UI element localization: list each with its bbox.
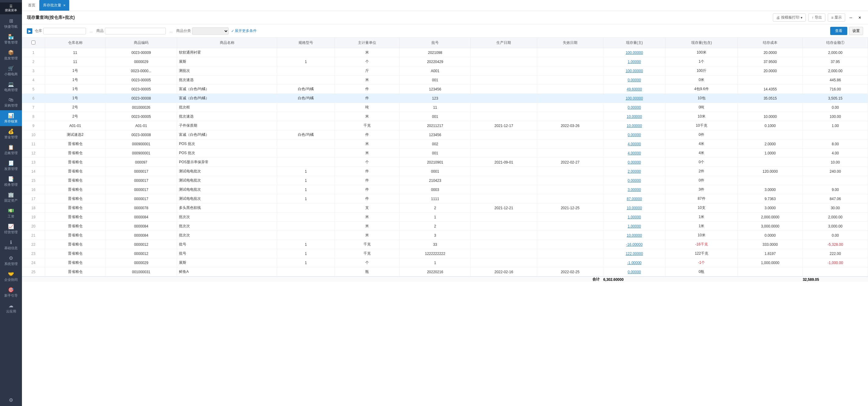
- row-qty-main[interactable]: 10.00000: [603, 112, 665, 121]
- window-close[interactable]: ✕: [857, 15, 863, 21]
- row-qty-main[interactable]: 1.00000: [603, 212, 665, 222]
- row-qty-main[interactable]: 87.00000: [603, 194, 665, 203]
- sidebar-item-collab[interactable]: 🤝 企业协同: [0, 269, 22, 284]
- filter-collapse-button[interactable]: ▶: [27, 28, 32, 34]
- sidebar-item-batch[interactable]: 📦 批发管理: [0, 47, 22, 63]
- row-qty-main[interactable]: 0.00000: [603, 75, 665, 85]
- row-qty-main[interactable]: 1.00000: [603, 222, 665, 231]
- table-row: 12 晋省粮仓 000900001 POS 批次 米 001 4.00000 4…: [22, 149, 868, 158]
- window-minimize[interactable]: ─: [847, 15, 854, 21]
- row-spec: 1: [277, 240, 335, 249]
- sidebar-search-menu[interactable]: ☰ 搜索菜单: [0, 2, 22, 14]
- filter-category: 商品分类: [176, 27, 229, 35]
- row-qty-main[interactable]: 122.00000: [603, 249, 665, 258]
- row-code: 0023-00008: [105, 94, 177, 103]
- ecom-icon: 💻: [8, 81, 14, 87]
- display-button[interactable]: ≡ 显示: [828, 13, 845, 22]
- row-code: 0000012: [105, 249, 177, 258]
- sidebar-item-mgmt[interactable]: 📈 经营管理: [0, 221, 22, 237]
- row-qty-main[interactable]: -1.00000: [603, 258, 665, 267]
- tab-inventory-batch[interactable]: 库存批次量 ✕: [39, 0, 69, 11]
- row-num: 24: [22, 258, 45, 267]
- sidebar-item-quick-nav[interactable]: ⊞ 快捷导航: [0, 15, 22, 31]
- row-amount: 8.00: [803, 139, 868, 149]
- row-prod-date: [471, 212, 537, 222]
- row-amount: [803, 130, 868, 139]
- row-exp-date: [537, 94, 603, 103]
- sidebar-item-mini-ecom[interactable]: 🛒 小额电商: [0, 63, 22, 79]
- row-unit: 件: [335, 85, 399, 94]
- sidebar-bottom: ⚙: [0, 394, 22, 406]
- row-unit: 支: [335, 203, 399, 212]
- row-qty-main[interactable]: 0.00000: [603, 158, 665, 167]
- sidebar-item-sys[interactable]: ⚙ 系统管理: [0, 253, 22, 269]
- row-qty-main[interactable]: 0.00000: [603, 130, 665, 139]
- filter-settings-button[interactable]: 设置: [849, 27, 863, 35]
- row-code: 0000084: [105, 212, 177, 222]
- row-code: 0023-00009: [105, 48, 177, 57]
- table-row: 19 晋省粮仓 0000084 批次次 米 1 1.00000 1米 2,000…: [22, 212, 868, 222]
- row-num: 22: [22, 240, 45, 249]
- sidebar-item-retail[interactable]: 🏪 零售管理: [0, 31, 22, 47]
- sidebar-item-ecom[interactable]: 💻 电商管理: [0, 79, 22, 95]
- row-qty-main[interactable]: -16.00000: [603, 240, 665, 249]
- sidebar-item-hr[interactable]: 💵 工资: [0, 205, 22, 221]
- row-qty-main[interactable]: 100.00000: [603, 94, 665, 103]
- sidebar-item-cloud[interactable]: ☁ 云应用: [0, 300, 22, 316]
- footer-label: 合计: [22, 276, 603, 282]
- row-qty-main[interactable]: 0.00000: [603, 267, 665, 277]
- row-cost: 3.0000: [738, 203, 803, 212]
- sidebar-item-tax[interactable]: 📑 税务管理: [0, 174, 22, 190]
- row-qty-main[interactable]: 10.00000: [603, 231, 665, 240]
- row-qty-main[interactable]: 0.00000: [603, 176, 665, 185]
- row-qty-main[interactable]: 2.00000: [603, 167, 665, 176]
- row-spec: [277, 222, 335, 231]
- select-all-checkbox[interactable]: [31, 40, 35, 44]
- row-qty-main[interactable]: 100.00000: [603, 66, 665, 75]
- sidebar-item-guide[interactable]: 🎯 新手引导: [0, 284, 22, 300]
- sidebar-logo-icon: ☰: [1, 4, 21, 8]
- tab-home[interactable]: 首页: [24, 0, 39, 11]
- row-qty-main[interactable]: 3.00000: [603, 185, 665, 194]
- row-amount: -5,328.00: [803, 240, 868, 249]
- product-input[interactable]: [105, 28, 166, 34]
- row-warehouse: 2号: [45, 103, 105, 112]
- row-amount: [803, 176, 868, 185]
- row-qty-main[interactable]: 1.00000: [603, 57, 665, 66]
- row-qty-main[interactable]: 4.00000: [603, 149, 665, 158]
- row-spec: 1: [277, 258, 335, 267]
- sidebar-gear-button[interactable]: ⚙: [0, 394, 22, 406]
- row-qty-inc: 4米: [665, 149, 738, 158]
- row-qty-main[interactable]: 4.00000: [603, 139, 665, 149]
- sidebar-item-basic[interactable]: ℹ 基础信息: [0, 237, 22, 253]
- row-qty-inc: 10米: [665, 231, 738, 240]
- row-prod-date: [471, 94, 537, 103]
- row-qty-main[interactable]: 49.60000: [603, 85, 665, 94]
- category-select[interactable]: [192, 27, 229, 35]
- display-label: 显示: [834, 15, 842, 20]
- export-button[interactable]: ↑ 导出: [808, 13, 825, 22]
- table-row: 3 1号 0023-0000... 测批次 斤 A001 100.00000 1…: [22, 66, 868, 75]
- sidebar-item-fixed-asset[interactable]: 🏢 固定资产: [0, 190, 22, 205]
- row-exp-date: [537, 222, 603, 231]
- row-cost: 10.0000: [738, 112, 803, 121]
- footer-qty-total: 6,302.60000: [603, 276, 665, 282]
- filter-expand-button[interactable]: ✓ 展开更多条件: [231, 28, 257, 34]
- search-button[interactable]: 查看: [830, 27, 847, 35]
- warehouse-input[interactable]: [43, 28, 86, 34]
- sidebar-item-report[interactable]: 📋 总账管理: [0, 142, 22, 158]
- sidebar-item-label: 系统管理: [4, 262, 18, 266]
- row-name: 批次次: [177, 212, 277, 222]
- row-qty-main[interactable]: 10.00000: [603, 203, 665, 212]
- tab-close-icon[interactable]: ✕: [63, 4, 66, 7]
- sidebar-item-purchase[interactable]: 🛍 采购管理: [0, 95, 22, 110]
- row-qty-main[interactable]: 0.00000: [603, 103, 665, 112]
- print-button[interactable]: 🖨 按模板打印 ▾: [773, 13, 806, 22]
- row-name: 批次速选: [177, 75, 277, 85]
- sidebar-item-invoice[interactable]: 🧾 发票管理: [0, 158, 22, 174]
- row-batch: 2: [400, 222, 471, 231]
- row-qty-main[interactable]: 100.00000: [603, 48, 665, 57]
- sidebar-item-inventory[interactable]: 📊 库存核算: [0, 110, 22, 126]
- sidebar-item-asset[interactable]: 💰 资金管理: [0, 126, 22, 142]
- row-qty-main[interactable]: 10.00000: [603, 121, 665, 130]
